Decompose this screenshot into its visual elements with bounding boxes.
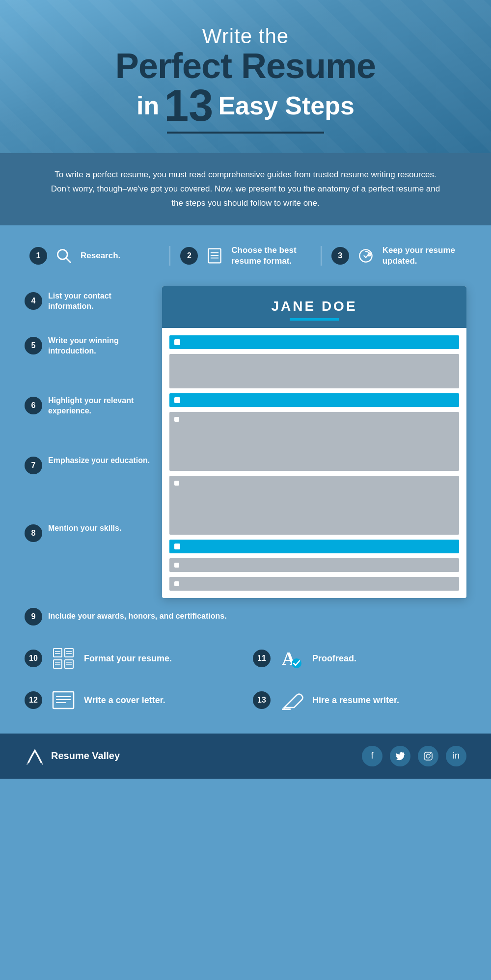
facebook-icon[interactable]: f [362,746,382,766]
step-2-label: Choose the best resume format. [231,245,310,267]
footer-logo: Resume Valley [25,746,120,766]
resume-header: JANE DOE [162,286,466,328]
step-2-number: 2 [180,247,198,265]
divider-1 [169,246,170,266]
step-7: 7 Emphasize your education. [25,456,152,474]
svg-line-1 [66,258,71,262]
step-8: 8 Mention your skills. [25,523,152,542]
proofread-icon: A [278,645,305,672]
logo-icon [25,746,45,766]
instagram-icon[interactable] [418,746,438,766]
step-13-label: Hire a resume writer. [312,695,399,706]
cover-letter-icon [50,687,77,714]
intro-box: To write a perfect resume, you must read… [0,153,491,225]
resume-skills-bar [169,540,459,553]
step-12-label: Write a cover letter. [84,695,165,706]
step-11-label: Proofread. [312,653,356,664]
resume-mock: JANE DOE [162,286,466,598]
header-line1: Write the [39,25,452,48]
header-easy-steps: Easy Steps [218,91,355,120]
bottom-steps-grid: 10 Format your resume. [25,645,466,714]
resume-edu-content [169,476,459,535]
document-icon [204,245,225,267]
svg-rect-10 [65,660,73,668]
step-7-number: 7 [25,457,42,474]
header-in: in [136,91,159,120]
step-10-number: 10 [25,650,42,667]
main-content: 1 Research. 2 Choose the best re [0,225,491,734]
intro-text: To write a perfect resume, you must read… [49,168,442,211]
header-number: 13 [164,83,213,128]
resume-intro-bar [169,335,459,349]
linkedin-icon[interactable]: in [446,746,466,766]
step-11-number: 11 [253,650,271,667]
step-12: 12 Write a cover letter. [25,687,238,714]
search-icon [53,245,75,267]
twitter-icon[interactable] [390,746,410,766]
svg-rect-9 [54,660,62,668]
step-1-number: 1 [29,247,47,265]
step-5: 5 Write your winning introduction. [25,336,152,356]
step-5-number: 5 [25,337,42,354]
step-6: 6 Highlight your relevant experience. [25,396,152,416]
step-7-label: Emphasize your education. [48,456,150,466]
step-1-label: Research. [81,250,120,261]
svg-point-29 [430,753,431,754]
divider-2 [321,246,322,266]
step-11: 11 A Proofread. [253,645,466,672]
step-4: 4 List your contact information. [25,291,152,312]
left-steps-column: 4 List your contact information. 5 Write… [25,286,152,598]
resume-skills-row2 [169,577,459,591]
step-12-number: 12 [25,691,42,709]
step-9-label: Include your awards, honors, and certifi… [48,611,227,622]
step-4-label: List your contact information. [48,291,152,312]
step-6-label: Highlight your relevant experience. [48,396,152,416]
step-3-label: Keep your resume updated. [382,245,462,267]
svg-rect-8 [65,649,73,657]
header-line3: in 13 Easy Steps [39,83,452,128]
step-3-number: 3 [331,247,349,265]
resume-body [162,328,466,598]
page-header: Write the Perfect Resume in 13 Easy Step… [0,0,491,153]
top-steps-row: 1 Research. 2 Choose the best re [25,245,466,267]
step-9: 9 Include your awards, honors, and certi… [25,608,466,626]
step-4-number: 4 [25,292,42,310]
update-icon [355,245,377,267]
resume-exp-bar [169,393,459,407]
header-line2: Perfect Resume [39,48,452,83]
step-2: 2 Choose the best resume format. [180,245,310,267]
step-13-number: 13 [253,691,271,709]
step-6-number: 6 [25,397,42,414]
footer: Resume Valley f in [0,734,491,779]
resume-section: 4 List your contact information. 5 Write… [25,286,466,598]
step-13: 13 Hire a resume writer. [253,687,466,714]
step-10: 10 Format your resume. [25,645,238,672]
step-3: 3 Keep your resume updated. [331,245,462,267]
step-1: 1 Research. [29,245,160,267]
header-underline [167,132,324,134]
step-8-number: 8 [25,524,42,542]
resume-name-underline [290,318,339,321]
step-5-label: Write your winning introduction. [48,336,152,356]
writer-icon [278,687,305,714]
svg-rect-7 [54,649,62,657]
svg-point-28 [426,754,430,758]
svg-rect-26 [282,708,291,710]
resume-intro-content [169,354,459,388]
step-9-number: 9 [25,608,42,626]
format-icon [50,645,77,672]
resume-skills-row1 [169,558,459,572]
resume-name: JANE DOE [172,299,457,314]
svg-line-25 [289,695,297,703]
step-10-label: Format your resume. [84,653,172,664]
footer-brand: Resume Valley [51,750,120,762]
step-8-label: Mention your skills. [48,523,121,534]
resume-exp-content [169,412,459,471]
footer-social: f in [362,746,466,766]
